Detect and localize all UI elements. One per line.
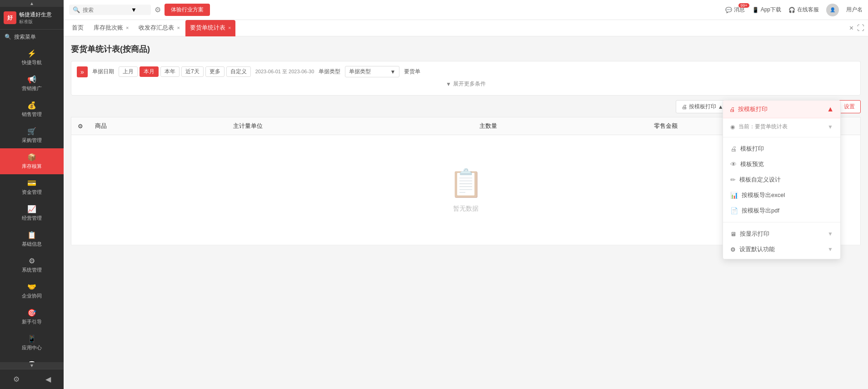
page-content: 要货单统计表(按商品) » 单据日期 上月 本月 本年 近7天 更多 自定义 2… bbox=[64, 36, 868, 389]
col-unit: 主计量单位 bbox=[228, 117, 474, 135]
sidebar-item-system[interactable]: ⚙ 系统管理 bbox=[0, 252, 64, 278]
col-product: 商品 bbox=[90, 117, 228, 135]
window-close-btn[interactable]: × bbox=[849, 24, 853, 32]
tab-order-stats[interactable]: 要货单统计表 × bbox=[185, 20, 235, 36]
col-quantity: 主数量 bbox=[474, 117, 649, 135]
search-icon: 🔍 bbox=[5, 34, 11, 40]
dropdown-template-design[interactable]: ✏ 模板自定义设计 bbox=[723, 172, 840, 187]
dropdown-print-icon: 🖨 bbox=[729, 106, 735, 113]
sidebar-item-marketing[interactable]: 📢 营销推广 bbox=[0, 71, 64, 96]
sidebar-settings-btn[interactable]: ⚙ bbox=[11, 373, 21, 385]
date-btn-this-month[interactable]: 本月 bbox=[140, 66, 159, 77]
dropdown-divider-1 bbox=[723, 137, 840, 137]
username-label[interactable]: 用户名 bbox=[846, 6, 863, 14]
dropdown-header[interactable]: 🖨 按模板打印 ▲ bbox=[723, 101, 840, 118]
sidebar-item-purchase[interactable]: 🛒 采购管理 bbox=[0, 122, 64, 148]
select-dropdown-icon: ▼ bbox=[390, 69, 395, 75]
sidebar-collapse-btn[interactable]: ◀ bbox=[44, 373, 53, 385]
notification-badge: 99+ bbox=[738, 3, 749, 8]
filter-expand-btn[interactable]: » bbox=[77, 66, 88, 77]
guide-icon: 🎯 bbox=[27, 308, 36, 317]
sidebar-logo: 好 畅捷通好生意 标准版 bbox=[0, 7, 64, 30]
dropdown-set-default[interactable]: ⚙ 设置默认功能 ▼ bbox=[723, 242, 840, 257]
tab-receivable-summary[interactable]: 收发存汇总表 × bbox=[134, 20, 184, 36]
tab-inventory-batch-close[interactable]: × bbox=[126, 25, 129, 30]
dropdown-template-preview[interactable]: 👁 模板预览 bbox=[723, 157, 840, 172]
tab-order-stats-close[interactable]: × bbox=[228, 25, 231, 30]
online-service-btn[interactable]: 🎧 在线客服 bbox=[788, 6, 819, 14]
display-print-icon: 🖥 bbox=[730, 231, 736, 237]
template-design-icon: ✏ bbox=[730, 176, 736, 183]
date-btn-7days[interactable]: 近7天 bbox=[181, 66, 204, 77]
dropdown-divider-2 bbox=[723, 222, 840, 222]
sidebar-item-quick-nav[interactable]: ⚡ 快捷导航 bbox=[0, 45, 64, 71]
topbar-search-area[interactable]: 🔍 ▼ bbox=[69, 5, 151, 15]
notifications-btn[interactable]: 💬 消息 99+ bbox=[725, 6, 745, 14]
topbar-search-input[interactable] bbox=[83, 7, 128, 13]
sidebar-item-sales[interactable]: 💰 销售管理 bbox=[0, 96, 64, 122]
settings-btn[interactable]: 设置 bbox=[838, 100, 861, 113]
order-type-label: 单据类型 bbox=[319, 68, 340, 76]
system-icon: ⚙ bbox=[29, 257, 35, 265]
purchase-icon: 🛒 bbox=[27, 127, 36, 136]
sidebar-item-cooperation[interactable]: 🤝 企业协同 bbox=[0, 278, 64, 304]
print-template-btn[interactable]: 🖨 按模板打印 ▲ bbox=[676, 100, 729, 113]
date-options: 上月 本月 本年 近7天 更多 自定义 bbox=[119, 66, 251, 77]
empty-state-text: 暂无数据 bbox=[453, 205, 479, 213]
topbar-settings-icon[interactable]: ⚙ bbox=[155, 5, 161, 14]
template-excel-icon: 📊 bbox=[730, 192, 738, 199]
tab-home[interactable]: 首页 bbox=[67, 20, 88, 36]
sidebar: ▲ 好 畅捷通好生意 标准版 🔍 搜索菜单 ⚡ 快捷导航 📢 营销推广 💰 销售… bbox=[0, 0, 64, 389]
order-type-select[interactable]: 单据类型 ▼ bbox=[345, 66, 399, 77]
app-logo-icon: 好 bbox=[4, 11, 16, 24]
expand-conditions-btn[interactable]: ▼ 展开更多条件 bbox=[77, 77, 855, 91]
set-default-arrow: ▼ bbox=[828, 246, 833, 253]
basic-icon: 📋 bbox=[27, 231, 36, 239]
date-btn-custom[interactable]: 自定义 bbox=[226, 66, 251, 77]
sidebar-scroll-down[interactable]: ▼ bbox=[0, 362, 64, 369]
sidebar-nav: ⚡ 快捷导航 📢 营销推广 💰 销售管理 🛒 采购管理 📦 库存核算 💳 资金管… bbox=[0, 45, 64, 362]
sidebar-item-guide[interactable]: 🎯 新手引导 bbox=[0, 304, 64, 330]
tabs-bar: 首页 库存批次账 × 收发存汇总表 × 要货单统计表 × × ⛶ bbox=[64, 20, 868, 36]
topbar: 🔍 ▼ ⚙ 体验行业方案 💬 消息 99+ 📱 App下载 🎧 在线客服 👤 用… bbox=[64, 0, 868, 20]
sidebar-item-app-center[interactable]: 📱 应用中心 bbox=[0, 330, 64, 356]
tab-inventory-batch[interactable]: 库存批次账 × bbox=[89, 20, 133, 36]
sidebar-item-operation[interactable]: 📈 经营管理 bbox=[0, 200, 64, 226]
topbar-search-dropdown-icon[interactable]: ▼ bbox=[131, 6, 137, 13]
sidebar-scroll-up[interactable]: ▲ bbox=[0, 0, 64, 7]
sales-icon: 💰 bbox=[27, 101, 36, 110]
print-dropdown-menu: 🖨 按模板打印 ▲ ◉ 当前：要货单统计表 ▼ 🖨 模板打印 bbox=[723, 100, 841, 259]
service-icon: 🎧 bbox=[788, 7, 795, 13]
inventory-icon: 📦 bbox=[27, 153, 36, 162]
dropdown-display-print[interactable]: 🖥 按显示打印 ▼ bbox=[723, 226, 840, 242]
trial-btn[interactable]: 体验行业方案 bbox=[165, 4, 210, 16]
date-btn-more[interactable]: 更多 bbox=[205, 66, 224, 77]
dropdown-template-print[interactable]: 🖨 模板打印 bbox=[723, 141, 840, 157]
dropdown-current-section: ◉ 当前：要货单统计表 ▼ bbox=[723, 118, 840, 135]
app-download-icon: 📱 bbox=[752, 7, 759, 13]
sidebar-item-inventory[interactable]: 📦 库存核算 bbox=[0, 148, 64, 174]
sidebar-search-btn[interactable]: 🔍 搜索菜单 bbox=[0, 30, 64, 45]
window-maximize-btn[interactable]: ⛶ bbox=[857, 24, 864, 32]
date-btn-this-year[interactable]: 本年 bbox=[160, 66, 180, 77]
quick-nav-icon: ⚡ bbox=[27, 49, 36, 58]
sidebar-footer: ⚙ ◀ bbox=[0, 369, 64, 389]
filter-row: » 单据日期 上月 本月 本年 近7天 更多 自定义 2023-06-01 至 … bbox=[77, 66, 855, 77]
dropdown-close-icon[interactable]: ▲ bbox=[827, 105, 834, 113]
dropdown-items-section: 🖨 模板打印 👁 模板预览 ✏ 模板自定义设计 📊 按模板导出excel 📄 bbox=[723, 139, 840, 220]
page-title: 要货单统计表(按商品) bbox=[71, 44, 861, 55]
sidebar-item-finance[interactable]: 💳 资金管理 bbox=[0, 174, 64, 200]
sidebar-item-corp-wechat[interactable]: 💬 企业微信 bbox=[0, 356, 64, 362]
dropdown-sub-section: 🖥 按显示打印 ▼ ⚙ 设置默认功能 ▼ bbox=[723, 224, 840, 259]
app-logo-text: 畅捷通好生意 标准版 bbox=[19, 11, 52, 25]
col-settings[interactable]: ⚙ bbox=[71, 117, 90, 135]
display-print-arrow: ▼ bbox=[828, 231, 833, 237]
date-filter-label: 单据日期 bbox=[92, 68, 114, 76]
app-download-btn[interactable]: 📱 App下载 bbox=[752, 6, 781, 14]
sidebar-item-basic[interactable]: 📋 基础信息 bbox=[0, 226, 64, 252]
dropdown-template-pdf[interactable]: 📄 按模板导出pdf bbox=[723, 203, 840, 218]
user-avatar[interactable]: 👤 bbox=[826, 4, 839, 16]
date-btn-last-month[interactable]: 上月 bbox=[119, 66, 138, 77]
tab-receivable-summary-close[interactable]: × bbox=[177, 25, 180, 30]
dropdown-template-excel[interactable]: 📊 按模板导出excel bbox=[723, 187, 840, 203]
